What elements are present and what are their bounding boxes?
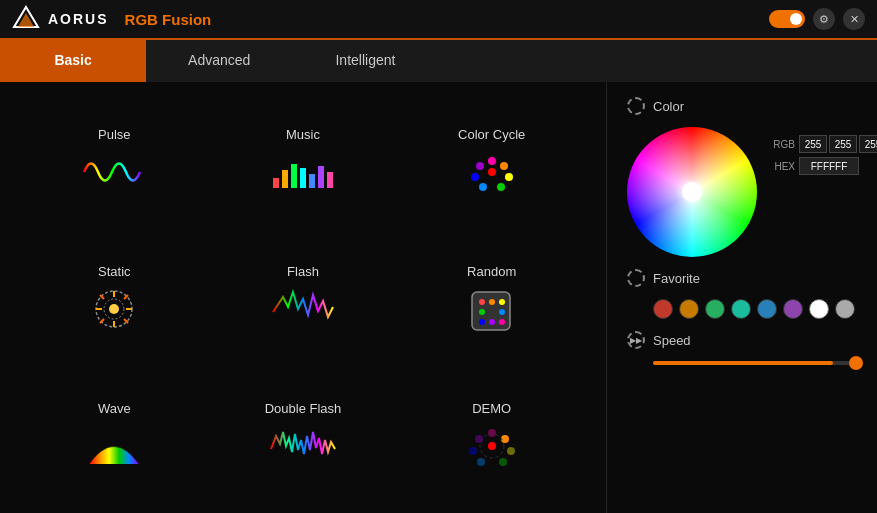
speed-section-dot: ▶▶ bbox=[627, 331, 645, 349]
svg-point-37 bbox=[488, 442, 496, 450]
svg-point-27 bbox=[109, 304, 119, 314]
logo-area: AORUS RGB Fusion bbox=[12, 5, 211, 33]
svg-line-24 bbox=[124, 319, 128, 323]
svg-point-29 bbox=[479, 299, 485, 305]
svg-rect-8 bbox=[327, 172, 333, 188]
svg-point-13 bbox=[479, 183, 487, 191]
tab-spacer bbox=[439, 40, 877, 82]
favorites-section-dot bbox=[627, 269, 645, 287]
speed-slider-track[interactable] bbox=[653, 361, 857, 365]
blue-input[interactable] bbox=[859, 135, 877, 153]
svg-line-25 bbox=[124, 295, 128, 299]
mode-music[interactable]: Music bbox=[209, 92, 398, 229]
mode-color-cycle[interactable]: Color Cycle bbox=[397, 92, 586, 229]
tab-intelligent[interactable]: Intelligent bbox=[292, 40, 438, 82]
svg-rect-4 bbox=[291, 164, 297, 188]
svg-point-11 bbox=[505, 173, 513, 181]
mode-static[interactable]: Static bbox=[20, 229, 209, 366]
red-input[interactable] bbox=[799, 135, 827, 153]
hex-row: HEX bbox=[767, 157, 877, 175]
color-header: Color bbox=[627, 97, 857, 115]
svg-point-42 bbox=[469, 447, 477, 455]
titlebar: AORUS RGB Fusion ⚙ ✕ bbox=[0, 0, 877, 40]
green-input[interactable] bbox=[829, 135, 857, 153]
mode-random[interactable]: Random bbox=[397, 229, 586, 366]
svg-point-12 bbox=[497, 183, 505, 191]
music-icon bbox=[268, 150, 338, 195]
svg-point-30 bbox=[489, 299, 495, 305]
svg-point-32 bbox=[479, 309, 485, 315]
color-cycle-icon bbox=[457, 150, 527, 195]
tab-basic[interactable]: Basic bbox=[0, 40, 146, 82]
rgb-label: RGB bbox=[767, 139, 795, 150]
speed-slider-fill bbox=[653, 361, 833, 365]
svg-rect-3 bbox=[282, 170, 288, 188]
favorites-label: Favorite bbox=[653, 271, 700, 286]
fav-purple[interactable] bbox=[783, 299, 803, 319]
svg-point-16 bbox=[488, 157, 496, 165]
hex-input[interactable] bbox=[799, 157, 859, 175]
aorus-logo-icon bbox=[12, 5, 40, 33]
mode-flash[interactable]: Flash bbox=[209, 229, 398, 366]
svg-point-14 bbox=[471, 173, 479, 181]
main-content: Pulse Music bbox=[0, 82, 877, 513]
color-panel: Color RGB HEX bbox=[607, 82, 877, 513]
speed-label: Speed bbox=[653, 333, 691, 348]
static-icon bbox=[79, 287, 149, 332]
logo-text: AORUS bbox=[48, 11, 109, 27]
double-flash-icon bbox=[268, 424, 338, 469]
hex-label: HEX bbox=[767, 161, 795, 172]
speed-icon: ▶▶ bbox=[630, 336, 642, 345]
mode-double-flash[interactable]: Double Flash bbox=[209, 366, 398, 503]
svg-point-40 bbox=[499, 458, 507, 466]
app-title: RGB Fusion bbox=[125, 11, 212, 28]
color-wheel-center bbox=[682, 182, 702, 202]
svg-point-31 bbox=[499, 299, 505, 305]
svg-point-15 bbox=[476, 162, 484, 170]
svg-point-44 bbox=[488, 429, 496, 437]
fav-light[interactable] bbox=[835, 299, 855, 319]
mode-pulse[interactable]: Pulse bbox=[20, 92, 209, 229]
svg-rect-5 bbox=[300, 168, 306, 188]
color-label: Color bbox=[653, 99, 684, 114]
color-section-dot bbox=[627, 97, 645, 115]
fav-orange[interactable] bbox=[679, 299, 699, 319]
speed-header: ▶▶ Speed bbox=[627, 331, 857, 349]
fav-green[interactable] bbox=[705, 299, 725, 319]
svg-point-35 bbox=[489, 319, 495, 325]
fav-teal[interactable] bbox=[731, 299, 751, 319]
rgb-inputs bbox=[799, 135, 877, 153]
svg-line-26 bbox=[100, 319, 104, 323]
fav-blue[interactable] bbox=[757, 299, 777, 319]
random-icon bbox=[457, 287, 527, 332]
favorites-header: Favorite bbox=[627, 269, 857, 287]
svg-point-34 bbox=[479, 319, 485, 325]
tab-bar: Basic Advanced Intelligent bbox=[0, 40, 877, 82]
svg-point-39 bbox=[507, 447, 515, 455]
mode-wave[interactable]: Wave bbox=[20, 366, 209, 503]
close-button[interactable]: ✕ bbox=[843, 8, 865, 30]
speed-section: ▶▶ Speed bbox=[627, 331, 857, 365]
fav-white[interactable] bbox=[809, 299, 829, 319]
svg-point-36 bbox=[499, 319, 505, 325]
svg-point-9 bbox=[488, 168, 496, 176]
color-wheel[interactable] bbox=[627, 127, 757, 257]
speed-slider-thumb[interactable] bbox=[849, 356, 863, 370]
color-values: RGB HEX bbox=[767, 135, 877, 175]
rgb-row: RGB bbox=[767, 135, 877, 153]
mode-demo[interactable]: DEMO bbox=[397, 366, 586, 503]
svg-rect-7 bbox=[318, 166, 324, 188]
power-toggle[interactable] bbox=[769, 10, 805, 28]
settings-button[interactable]: ⚙ bbox=[813, 8, 835, 30]
titlebar-controls: ⚙ ✕ bbox=[769, 8, 865, 30]
svg-rect-6 bbox=[309, 174, 315, 188]
pulse-icon bbox=[79, 150, 149, 195]
fav-red[interactable] bbox=[653, 299, 673, 319]
tab-advanced[interactable]: Advanced bbox=[146, 40, 292, 82]
svg-point-33 bbox=[499, 309, 505, 315]
demo-icon bbox=[457, 424, 527, 469]
svg-point-41 bbox=[477, 458, 485, 466]
modes-panel: Pulse Music bbox=[0, 82, 607, 513]
wave-icon bbox=[79, 424, 149, 469]
svg-line-23 bbox=[100, 295, 104, 299]
